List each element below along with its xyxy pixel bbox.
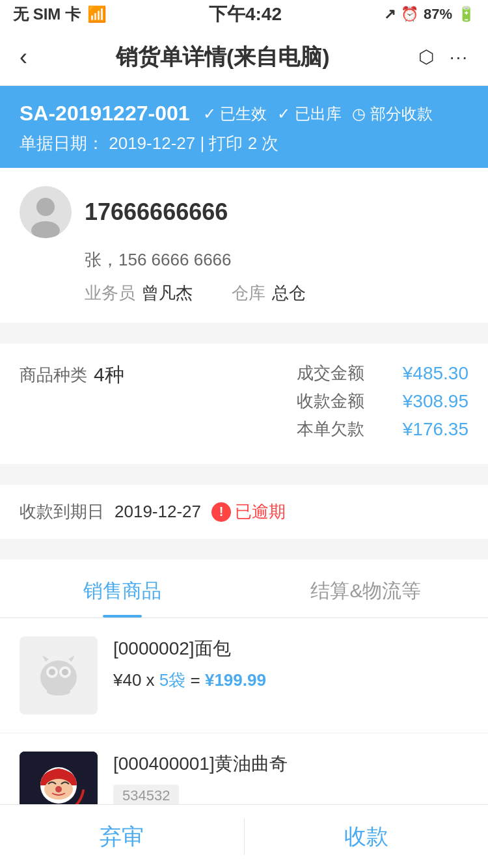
- received-value: ¥308.95: [377, 391, 468, 412]
- product-thumb-1: [20, 636, 98, 714]
- amount-row: 成交金额 ¥485.30: [297, 362, 468, 385]
- bottom-bar: 弃审 收款: [0, 804, 488, 868]
- nav-actions: ⬡ ···: [418, 46, 468, 68]
- no-sim-text: 无 SIM 卡: [13, 4, 81, 25]
- badge-shipped: ✓ 已出库: [277, 103, 342, 124]
- due-label: 收款到期日: [20, 500, 104, 523]
- salesperson-label: 业务员: [85, 282, 135, 305]
- tabs: 销售商品 结算&物流等: [0, 560, 488, 618]
- salesperson-value: 曾凡杰: [142, 282, 193, 305]
- share-icon[interactable]: ⬡: [418, 46, 434, 68]
- product-name-1: [0000002]面包: [113, 636, 468, 661]
- kind-label: 商品种类: [20, 364, 87, 387]
- order-id: SA-20191227-001: [20, 102, 190, 126]
- overdue-icon: !: [211, 502, 231, 522]
- stats-section: 商品种类 4种 成交金额 ¥485.30 收款金额 ¥308.95 本单欠款 ¥…: [0, 344, 488, 464]
- product-item-1: [0000002]面包 ¥40 x 5袋 = ¥199.99: [0, 618, 488, 733]
- salesperson-item: 业务员 曾凡杰: [85, 282, 193, 305]
- overdue-text: 已逾期: [235, 500, 286, 523]
- date-value: 2019-12-27: [109, 133, 195, 153]
- product-info-1: [0000002]面包 ¥40 x 5袋 = ¥199.99: [113, 636, 468, 692]
- wifi-icon: 📶: [87, 5, 107, 23]
- status-bar: 无 SIM 卡 📶 下午4:42 ↗ ⏰ 87% 🔋: [0, 0, 488, 29]
- received-row: 收款金额 ¥308.95: [297, 390, 468, 413]
- more-icon[interactable]: ···: [450, 47, 468, 68]
- kind-value: 4种: [94, 362, 124, 388]
- received-label: 收款金额: [297, 390, 364, 413]
- nav-bar: ‹ 销货单详情(来自电脑) ⬡ ···: [0, 29, 488, 86]
- amount-value: ¥485.30: [377, 363, 468, 384]
- product-price-1: ¥40 x 5袋 = ¥199.99: [113, 669, 468, 692]
- status-badges: ✓ 已生效 ✓ 已出库 ◷ 部分收款: [203, 103, 433, 124]
- svg-marker-11: [68, 655, 75, 662]
- order-date: 单据日期： 2019-12-27 | 打印 2 次: [20, 132, 468, 155]
- status-right: ↗ ⏰ 87% 🔋: [384, 6, 475, 23]
- tabs-section: 销售商品 结算&物流等: [0, 560, 488, 618]
- product-name-2: [000400001]黄油曲奇: [113, 752, 468, 776]
- owed-row: 本单欠款 ¥176.35: [297, 418, 468, 441]
- status-time: 下午4:42: [209, 2, 282, 27]
- product-sku-2: 534532: [113, 785, 179, 807]
- status-left: 无 SIM 卡 📶: [13, 4, 107, 25]
- customer-name: 张，156 6666 6666: [20, 249, 468, 271]
- battery-icon: 🔋: [457, 6, 475, 23]
- tab-products-label: 销售商品: [83, 580, 161, 601]
- warehouse-label: 仓库: [232, 282, 265, 305]
- badge-partial: ◷ 部分收款: [352, 103, 433, 124]
- confirm-button[interactable]: 收款: [245, 805, 489, 868]
- badge-effective: ✓ 已生效: [203, 103, 267, 124]
- alarm-icon: ⏰: [401, 6, 418, 23]
- warehouse-item: 仓库 总仓: [232, 282, 306, 305]
- customer-section: 17666666666 张，156 6666 6666 业务员 曾凡杰 仓库 总…: [0, 168, 488, 323]
- stats-left: 商品种类 4种: [20, 362, 124, 388]
- tab-products[interactable]: 销售商品: [0, 560, 244, 617]
- battery-text: 87%: [424, 6, 452, 23]
- date-label: 单据日期：: [20, 133, 104, 153]
- customer-top: 17666666666: [20, 186, 468, 238]
- tab-settlement[interactable]: 结算&物流等: [244, 560, 488, 617]
- svg-marker-10: [42, 655, 49, 662]
- svg-point-7: [62, 669, 68, 675]
- due-section: 收款到期日 2019-12-27 ! 已逾期: [0, 485, 488, 539]
- separator-1: [0, 333, 488, 344]
- tab-settlement-label: 结算&物流等: [310, 580, 421, 601]
- svg-point-1: [36, 198, 55, 216]
- page-title: 销货单详情(来自电脑): [116, 42, 330, 72]
- svg-point-9: [47, 688, 70, 696]
- avatar: [20, 186, 72, 238]
- due-date-value: 2019-12-27: [115, 502, 201, 522]
- amount-label: 成交金额: [297, 362, 364, 385]
- customer-id: 17666666666: [85, 198, 228, 226]
- owed-label: 本单欠款: [297, 418, 364, 441]
- svg-point-15: [55, 786, 62, 793]
- order-header-top: SA-20191227-001 ✓ 已生效 ✓ 已出库 ◷ 部分收款: [20, 102, 468, 126]
- product-kinds: 商品种类 4种: [20, 362, 124, 388]
- customer-meta: 业务员 曾凡杰 仓库 总仓: [20, 282, 468, 305]
- separator-2: [0, 474, 488, 485]
- print-info: | 打印 2 次: [200, 133, 278, 153]
- owed-value: ¥176.35: [377, 419, 468, 440]
- warehouse-value: 总仓: [272, 282, 306, 305]
- cancel-button[interactable]: 弃审: [0, 805, 244, 868]
- stats-right: 成交金额 ¥485.30 收款金额 ¥308.95 本单欠款 ¥176.35: [297, 362, 468, 446]
- svg-point-6: [49, 669, 55, 675]
- order-header: SA-20191227-001 ✓ 已生效 ✓ 已出库 ◷ 部分收款 单据日期：…: [0, 86, 488, 168]
- back-button[interactable]: ‹: [20, 44, 27, 71]
- separator-3: [0, 549, 488, 560]
- location-icon: ↗: [384, 6, 396, 23]
- overdue-badge: ! 已逾期: [211, 500, 286, 523]
